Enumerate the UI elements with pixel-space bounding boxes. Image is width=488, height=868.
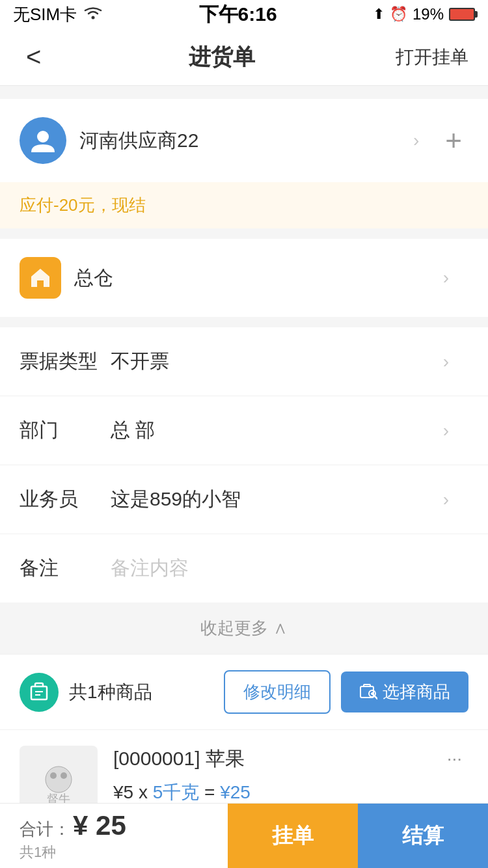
supplier-row[interactable]: 河南供应商22 › + [0,99,488,182]
warehouse-chevron-icon: › [443,267,449,288]
products-icon [20,673,59,712]
warehouse-name: 总仓 [74,265,443,292]
wifi-icon [83,5,103,25]
form-section: 票据类型 不开票 › 部门 总 部 › 业务员 这是859的小智 › 备注 备注… [0,327,488,603]
bottom-bar: 合计： ¥ 25 共1种 挂单 结算 [0,803,488,868]
svg-point-14 [61,772,67,779]
product-multiply: x [139,782,153,802]
svg-point-0 [92,16,95,19]
select-product-label: 选择商品 [383,681,450,703]
remark-placeholder[interactable]: 备注内容 [111,555,468,582]
section-divider-1 [0,86,488,99]
status-bar-left: 无SIM卡 [13,3,103,26]
nav-bar: < 进货单 打开挂单 [0,29,488,86]
total-amount: ¥ 25 [73,810,126,841]
products-count: 共1种商品 [69,680,224,705]
hold-button[interactable]: 挂单 [228,804,358,869]
total-label: 合计： [20,818,70,841]
section-divider-2 [0,228,488,239]
product-equals: = [204,782,220,802]
svg-rect-2 [37,280,44,287]
status-bar-right: ⬆ ⏰ 19% [373,5,475,23]
status-bar: 无SIM卡 下午6:16 ⬆ ⏰ 19% [0,0,488,29]
edit-detail-button[interactable]: 修改明细 [224,670,331,714]
product-info: [0000001] 苹果 ¥5 x 5千克 = ¥25 [113,746,441,805]
location-icon: ⬆ [373,6,385,23]
warehouse-row[interactable]: 总仓 › [0,239,488,317]
open-hold-button[interactable]: 打开挂单 [396,45,468,70]
product-qty: 5千克 [153,782,200,802]
status-bar-time: 下午6:16 [199,1,277,28]
invoice-type-value: 不开票 [111,348,443,375]
total-count: 共1种 [20,843,208,862]
department-label: 部门 [20,417,111,444]
alarm-icon: ⏰ [390,6,407,23]
department-value: 总 部 [111,417,443,444]
invoice-chevron-icon: › [443,351,449,372]
total-section: 合计： ¥ 25 共1种 [0,810,228,862]
invoice-type-row[interactable]: 票据类型 不开票 › [0,327,488,396]
page-title: 进货单 [189,42,255,72]
salesman-value: 这是859的小智 [111,486,443,513]
svg-rect-3 [31,686,47,699]
product-total: ¥25 [220,782,251,802]
battery-percent: 19% [413,5,444,23]
remark-row[interactable]: 备注 备注内容 [0,534,488,603]
product-name: [0000001] 苹果 [113,746,441,772]
svg-point-1 [37,131,49,142]
main-content: 河南供应商22 › + 应付-20元，现结 总仓 › 票据类型 不开票 › 部门… [0,86,488,868]
select-product-button[interactable]: 选择商品 [341,671,468,712]
svg-rect-6 [360,686,373,698]
product-more-button[interactable]: ··· [441,746,468,772]
product-detail: ¥5 x 5千克 = ¥25 [113,780,441,805]
salesman-row[interactable]: 业务员 这是859的小智 › [0,465,488,534]
back-button[interactable]: < [20,36,47,78]
carrier-text: 无SIM卡 [13,3,77,26]
svg-point-13 [50,772,57,779]
add-supplier-button[interactable]: + [439,124,468,157]
supplier-avatar [20,117,66,164]
department-chevron-icon: › [443,420,449,441]
notice-bar: 应付-20元，现结 [0,182,488,228]
remark-label: 备注 [20,555,111,582]
products-header: 共1种商品 修改明细 选择商品 [0,654,488,729]
salesman-chevron-icon: › [443,489,449,510]
battery-icon [449,8,475,21]
invoice-type-label: 票据类型 [20,348,111,375]
supplier-name: 河南供应商22 [79,128,413,154]
settle-button[interactable]: 结算 [358,804,488,869]
collapse-bar[interactable]: 收起更多 ∧ [0,603,488,654]
warehouse-icon [20,257,61,299]
salesman-label: 业务员 [20,486,111,513]
department-row[interactable]: 部门 总 部 › [0,396,488,465]
supplier-chevron-icon: › [413,130,419,151]
product-price: ¥5 [113,782,133,802]
